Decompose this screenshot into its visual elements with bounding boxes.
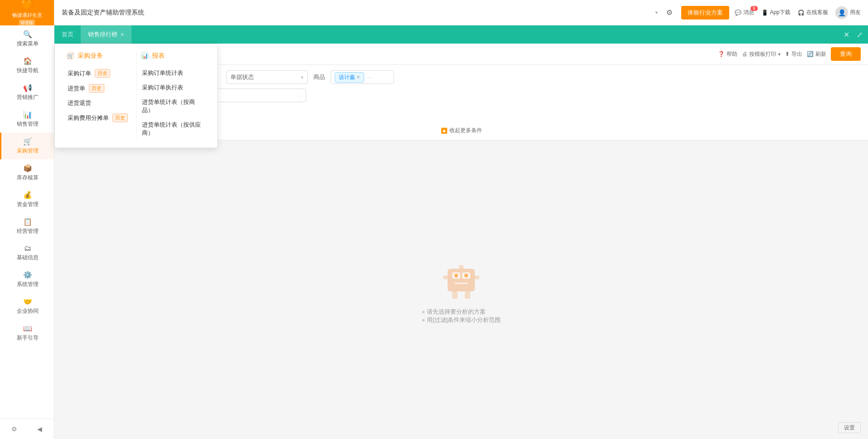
salesperson-more[interactable]: ··· — [297, 92, 302, 99]
print-button[interactable]: 🖨 按模板打印 ▾ — [742, 50, 780, 58]
dropdown-purchase-title: 🛒 采购业务 — [66, 51, 132, 60]
dropdown-item-inbound-return[interactable]: 进货退货 — [66, 96, 132, 110]
sales-icon: 📊 — [23, 110, 32, 119]
tab-sales-rank[interactable]: 销售排行榜 ✕ — [81, 25, 132, 44]
empty-hints: ● 请先选择要分析的方案 ● 用[过滤]条件来缩小分析范围 — [422, 308, 501, 324]
svg-rect-8 — [474, 276, 479, 279]
empty-illustration — [434, 255, 488, 301]
app-download-button[interactable]: 📱 App下载 — [761, 9, 790, 16]
dropdown-item-order-stats[interactable]: 采购订单统计表 — [140, 66, 206, 80]
empty-state: ● 请先选择要分析的方案 ● 用[过滤]条件来缩小分析范围 — [54, 140, 868, 439]
export-button[interactable]: ⬆ 导出 — [785, 50, 802, 58]
svg-rect-0 — [448, 269, 475, 291]
inventory-icon: 📦 — [23, 164, 32, 173]
logo-icon: 🧡 — [21, 0, 33, 11]
logo-text: 畅捷通好生意 — [12, 12, 42, 19]
sidebar-item-label: 营销推广 — [17, 94, 39, 101]
doc-status-select[interactable]: 单据状态 ▾ — [226, 70, 308, 84]
chevron-up-icon: 🔼 — [441, 128, 448, 134]
sidebar-item-basic[interactable]: 🗂 基础信息 — [0, 240, 54, 266]
sidebar-item-quicknav[interactable]: 🏠 快捷导航 — [0, 52, 54, 79]
collab-icon: 🤝 — [23, 297, 32, 306]
tab-sales-rank-label: 销售排行榜 — [88, 30, 117, 39]
settings-button[interactable]: ⚙ — [663, 6, 676, 19]
purchase-dropdown: 🛒 采购业务 采购订单 历史 进货单 历史 进货退货 采购费用分摊单 历史 📊 — [54, 44, 218, 148]
tabbar: 首页 销售排行榜 ✕ ✕ ⤢ — [54, 25, 868, 44]
sidebar-item-label: 快捷导航 — [17, 67, 39, 74]
sidebar-item-label: 销售管理 — [17, 120, 39, 128]
sidebar-item-label: 系统管理 — [17, 281, 39, 288]
capital-icon: 💰 — [23, 191, 32, 199]
tab-maximize-icon[interactable]: ⤢ — [855, 30, 864, 39]
sidebar-item-search[interactable]: 🔍 搜索菜单 — [0, 25, 54, 52]
svg-point-5 — [464, 274, 468, 277]
report-section-icon: 📊 — [140, 51, 149, 60]
dropdown-item-purchase-order[interactable]: 采购订单 历史 — [66, 66, 132, 81]
notification-icon: 💬 — [735, 10, 741, 16]
sidebar-item-system[interactable]: ⚙️ 系统管理 — [0, 266, 54, 293]
sidebar-settings-button[interactable]: ⚙ — [8, 423, 21, 435]
dropdown-item-purchase-expense[interactable]: 采购费用分摊单 历史 — [66, 110, 132, 125]
search-icon: 🔍 — [23, 30, 32, 39]
svg-rect-3 — [454, 282, 468, 284]
sidebar-item-label: 企业协同 — [17, 307, 39, 315]
history-badge-2: 历史 — [89, 84, 104, 93]
doc-status-label: 单据状态 — [230, 73, 254, 81]
main-area: 装备及固定资产辅助管理系统 ▾ ⚙ 体验行业方案 💬 消息 9 📱 App下载 … — [54, 0, 868, 439]
system-title: 装备及固定资产辅助管理系统 — [62, 9, 650, 17]
dot-icon-1: ● — [422, 308, 425, 315]
sidebar-item-label: 资金管理 — [17, 201, 39, 208]
query-button[interactable]: 查询 — [831, 47, 861, 61]
industry-button[interactable]: 体验行业方案 — [681, 6, 729, 20]
export-icon: ⬆ — [785, 51, 790, 57]
sidebar-item-guide[interactable]: 📖 新手引导 — [0, 320, 54, 346]
sidebar-item-inventory[interactable]: 📦 库存核算 — [0, 159, 54, 186]
app-download-label: App下载 — [770, 9, 790, 16]
print-icon: 🖨 — [742, 51, 747, 57]
dropdown-item-inbound-stats-supplier[interactable]: 进货单统计表（按供应商） — [140, 118, 206, 140]
dropdown-report-section: 📊 报表 采购订单统计表 采购订单执行表 进货单统计表（按商品） 进货单统计表（… — [136, 51, 210, 140]
help-button[interactable]: ❓ 帮助 — [718, 50, 737, 58]
sidebar-item-marketing[interactable]: 📢 营销推广 — [0, 79, 54, 106]
refresh-button[interactable]: 🔄 刷新 — [807, 50, 826, 58]
online-service-button[interactable]: 🎧 在线客服 — [798, 9, 828, 16]
print-dropdown-icon[interactable]: ▾ — [778, 52, 780, 57]
settings-link-button[interactable]: 设置 — [838, 422, 861, 433]
user-button[interactable]: 👤 用友 — [835, 6, 861, 19]
dropdown-item-inbound[interactable]: 进货单 历史 — [66, 81, 132, 96]
purchase-section-icon: 🛒 — [66, 51, 75, 60]
sidebar-collapse-button[interactable]: ◀ — [33, 423, 46, 435]
tab-home[interactable]: 首页 — [54, 25, 81, 44]
sidebar-item-collab[interactable]: 🤝 企业协同 — [0, 293, 54, 320]
home-icon: 🏠 — [23, 57, 32, 65]
goods-label: 商品 — [313, 73, 325, 81]
sidebar-item-operations[interactable]: 📋 经营管理 — [0, 213, 54, 240]
sidebar-item-sales[interactable]: 📊 销售管理 — [0, 106, 54, 133]
history-badge-3: 历史 — [112, 113, 128, 122]
sidebar-item-label: 采购管理 — [17, 147, 39, 155]
system-icon: ⚙️ — [23, 271, 32, 279]
salesperson-select[interactable]: ··· — [215, 89, 306, 102]
notification-badge: 9 — [751, 6, 758, 11]
help-icon: ❓ — [718, 51, 725, 57]
tab-close-icon[interactable]: ✕ — [120, 32, 124, 38]
collapse-button[interactable]: 🔼 收起更多条件 — [441, 127, 482, 134]
guide-icon: 📖 — [23, 324, 32, 333]
goods-more-icon[interactable]: ··· — [367, 74, 372, 81]
dropdown-item-inbound-stats-goods[interactable]: 进货单统计表（按商品） — [140, 95, 206, 118]
refresh-icon: 🔄 — [807, 51, 814, 57]
user-label: 用友 — [850, 9, 861, 16]
title-dropdown-icon[interactable]: ▾ — [655, 10, 658, 15]
app-logo: 🧡 畅捷通好生意 标准版 — [0, 0, 54, 25]
sidebar-item-label: 新手引导 — [17, 334, 39, 342]
notification-button[interactable]: 💬 消息 9 — [735, 9, 754, 16]
goods-tag-container: 设计鑫 × ··· — [331, 70, 394, 84]
empty-hint-2: ● 用[过滤]条件来缩小分析范围 — [422, 316, 501, 324]
sidebar-item-capital[interactable]: 💰 资金管理 — [0, 186, 54, 213]
svg-rect-9 — [452, 291, 458, 299]
dropdown-item-order-exec[interactable]: 采购订单执行表 — [140, 80, 206, 95]
tab-close-all-icon[interactable]: ✕ — [842, 30, 851, 39]
dropdown-report-title: 📊 报表 — [140, 51, 206, 60]
goods-tag-remove[interactable]: × — [357, 74, 360, 80]
sidebar-item-purchase[interactable]: 🛒 采购管理 — [0, 133, 54, 159]
